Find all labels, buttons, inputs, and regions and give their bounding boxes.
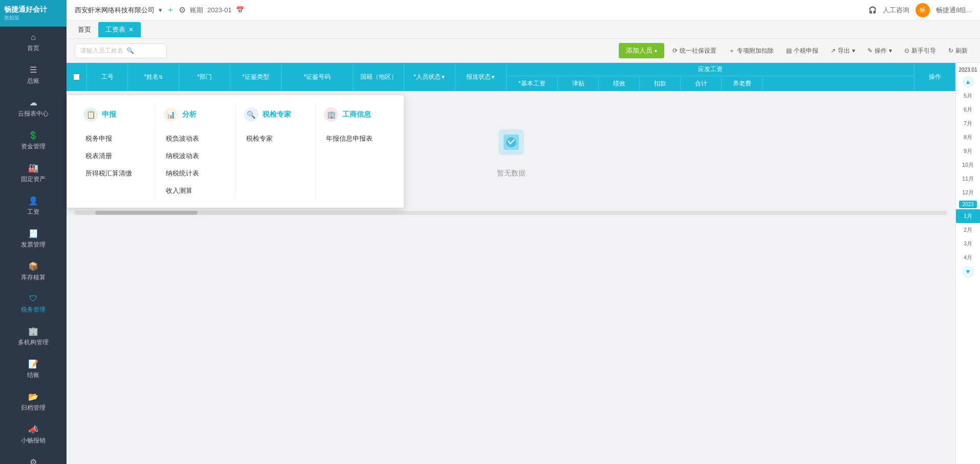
menu-section-analysis-header: 📊 分析 bbox=[164, 103, 227, 126]
business-title: 工商信息 bbox=[342, 110, 371, 119]
business-icon: 🏢 bbox=[324, 107, 338, 122]
analysis-title: 分析 bbox=[182, 110, 197, 119]
menu-item-tax-change[interactable]: 纳税波动表 bbox=[164, 147, 227, 165]
menu-section-declaration: 📋 申报 税务申报 税表清册 所得税汇算清缴 bbox=[75, 103, 156, 200]
menu-item-tax-stats[interactable]: 纳税统计表 bbox=[164, 165, 227, 182]
menu-item-annual-report[interactable]: 年报信息申报表 bbox=[324, 130, 387, 147]
menu-section-expert-header: 🔍 税检专家 bbox=[244, 103, 308, 126]
menu-section-expert: 🔍 税检专家 税检专家 bbox=[236, 103, 316, 200]
dropdown-menu: 📋 申报 税务申报 税表清册 所得税汇算清缴 📊 分析 税负波动表 纳税波动表 … bbox=[67, 95, 404, 208]
menu-section-analysis: 📊 分析 税负波动表 纳税波动表 纳税统计表 收入测算 bbox=[156, 103, 236, 200]
declaration-title: 申报 bbox=[102, 110, 116, 119]
menu-item-income-calc[interactable]: 收入测算 bbox=[164, 182, 227, 200]
dropdown-overlay[interactable] bbox=[0, 0, 980, 464]
analysis-icon: 📊 bbox=[164, 107, 178, 122]
menu-item-tax-declaration[interactable]: 税务申报 bbox=[83, 130, 147, 147]
declaration-icon: 📋 bbox=[83, 107, 98, 122]
menu-section-business: 🏢 工商信息 年报信息申报表 bbox=[316, 103, 396, 200]
menu-item-income-tax[interactable]: 所得税汇算清缴 bbox=[83, 165, 147, 182]
menu-section-declaration-header: 📋 申报 bbox=[83, 103, 147, 126]
menu-item-tax-burden[interactable]: 税负波动表 bbox=[164, 130, 227, 147]
expert-icon: 🔍 bbox=[244, 107, 258, 122]
menu-sections: 📋 申报 税务申报 税表清册 所得税汇算清缴 📊 分析 税负波动表 纳税波动表 … bbox=[75, 103, 396, 200]
menu-item-tax-table[interactable]: 税表清册 bbox=[83, 147, 147, 165]
menu-section-business-header: 🏢 工商信息 bbox=[324, 103, 387, 126]
menu-item-tax-expert[interactable]: 税检专家 bbox=[244, 130, 308, 147]
expert-title: 税检专家 bbox=[263, 110, 291, 119]
